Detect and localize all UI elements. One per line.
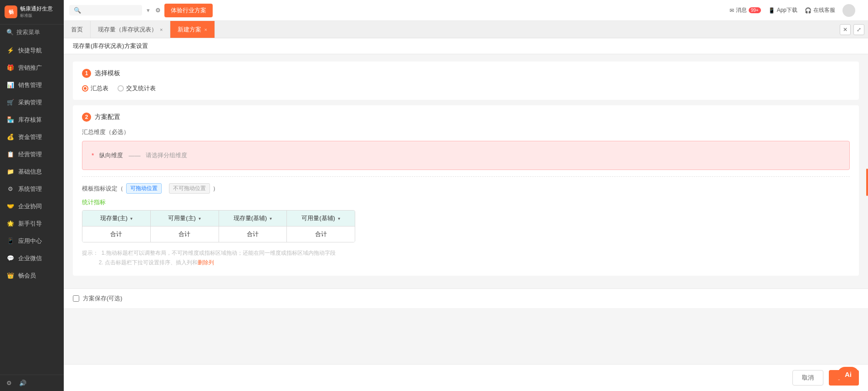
tab-close-btn[interactable]: ✕	[840, 24, 851, 35]
sidebar-item-label: 营销推广	[18, 64, 42, 72]
weixin-icon: 💬	[6, 254, 15, 262]
tabs-bar: 首页 现存量（库存状况表） × 新建方案 × ✕ ⤢	[64, 21, 868, 38]
sidebar-item-app-center[interactable]: 📱 应用中心	[0, 232, 64, 250]
radio-cross-circle	[117, 85, 124, 92]
col-1-chevron-icon[interactable]: ▾	[199, 216, 201, 221]
search-icon: 🔍	[6, 29, 14, 36]
search-topbar-icon: 🔍	[74, 7, 81, 14]
radio-cross[interactable]: 交叉统计表	[117, 84, 156, 93]
sidebar-item-weixin[interactable]: 💬 企业微信	[0, 250, 64, 267]
sidebar-item-sales[interactable]: 📊 销售管理	[0, 77, 64, 94]
stats-col-3-header[interactable]: 可用量(基辅) ▾	[287, 211, 355, 226]
tab-inventory-close-icon[interactable]: ×	[160, 27, 163, 32]
stats-col-0-cell: 合计	[82, 226, 150, 242]
experience-btn[interactable]: 体验行业方案	[164, 4, 213, 17]
app-download-icon: 📱	[768, 7, 775, 14]
stats-col-3-cell: 合计	[287, 226, 355, 242]
hint-0: 提示： 1.拖动标题栏可以调整布局，不可跨维度或指标区域拖动；还能在同一维度或指…	[82, 249, 850, 257]
stats-col-3-sub: 合计	[315, 230, 327, 238]
step2-label: 方案配置	[95, 113, 120, 121]
sidebar-item-label: 经营管理	[18, 150, 42, 159]
dimension-box[interactable]: * 纵向维度 —— 请选择分组维度	[82, 141, 850, 170]
tab-expand-btn[interactable]: ⤢	[853, 24, 864, 35]
stats-col-1: 可用量(主) ▾ 合计	[151, 211, 219, 242]
radio-summary[interactable]: 汇总表	[82, 84, 108, 93]
speaker-icon[interactable]: 🔊	[19, 380, 26, 386]
content-area: 现存量(库存状况表)方案设置 1 选择模板 汇总表 交叉统计表	[64, 38, 868, 364]
sidebar-item-system[interactable]: ⚙ 系统管理	[0, 180, 64, 198]
search-input[interactable]	[83, 7, 138, 14]
user-avatar[interactable]	[842, 4, 855, 17]
stats-col-2: 现存量(基辅) ▾ 合计	[219, 211, 287, 242]
sidebar-item-finance[interactable]: 💰 资金管理	[0, 129, 64, 146]
message-action[interactable]: ✉ 消息 99+	[730, 6, 761, 14]
sidebar-item-member[interactable]: 👑 畅会员	[0, 267, 64, 284]
home-tab-label: 首页	[71, 26, 83, 34]
asterisk-icon: *	[92, 152, 94, 159]
cancel-button[interactable]: 取消	[792, 370, 823, 386]
hint-link: 删除列	[198, 259, 214, 266]
sidebar-item-management[interactable]: 📋 经营管理	[0, 146, 64, 163]
sidebar-item-enterprise[interactable]: 🤝 企业协同	[0, 198, 64, 215]
step1-title-row: 1 选择模板	[82, 69, 850, 78]
col-2-chevron-icon[interactable]: ▾	[270, 216, 272, 221]
sidebar-item-label: 新手引导	[18, 220, 42, 228]
sidebar-item-quick-nav[interactable]: ⚡ 快捷导航	[0, 42, 64, 59]
app-download-action[interactable]: 📱 App下载	[768, 6, 797, 14]
save-row: 方案保存(可选)	[64, 288, 868, 308]
tab-home[interactable]: 首页	[64, 21, 91, 38]
save-checkbox[interactable]	[73, 295, 79, 302]
logo-text: 畅康通好生意 标准版	[20, 5, 53, 19]
topbar-chevron-icon[interactable]: ▾	[147, 7, 150, 14]
stats-table-header: 现存量(主) ▾ 合计 可用量(主) ▾	[82, 211, 355, 242]
sidebar-item-label: 应用中心	[18, 237, 42, 245]
step2-title-row: 2 方案配置	[82, 113, 850, 122]
sidebar-item-marketing[interactable]: 🎁 营销推广	[0, 59, 64, 77]
enterprise-icon: 🤝	[6, 202, 15, 211]
stats-col-2-cell: 合计	[219, 226, 287, 242]
page-title: 现存量(库存状况表)方案设置	[73, 42, 148, 49]
stats-table: 现存量(主) ▾ 合计 可用量(主) ▾	[82, 210, 355, 242]
topbar-gear-icon[interactable]: ⚙	[155, 7, 161, 14]
sidebar-bottom: ⚙ 🔊	[0, 375, 64, 391]
stats-col-3-label: 可用量(基辅)	[301, 214, 335, 222]
settings-icon[interactable]: ⚙	[6, 380, 12, 386]
stats-col-0-header[interactable]: 现存量(主) ▾	[82, 211, 150, 226]
tab-inventory-status[interactable]: 现存量（库存状况表） ×	[91, 21, 170, 38]
search-menu[interactable]: 🔍 搜索菜单	[0, 25, 64, 40]
stats-col-1-header[interactable]: 可用量(主) ▾	[151, 211, 219, 226]
stats-col-1-cell: 合计	[151, 226, 219, 242]
sidebar-item-label: 畅会员	[18, 272, 36, 280]
template-radio-group: 汇总表 交叉统计表	[82, 84, 850, 93]
sidebar-item-basic-info[interactable]: 📁 基础信息	[0, 163, 64, 180]
stats-col-2-header[interactable]: 现存量(基辅) ▾	[219, 211, 287, 226]
tab-inventory-label: 现存量（库存状况表）	[98, 26, 157, 34]
sidebar-item-inventory[interactable]: 🏪 库存核算	[0, 111, 64, 129]
online-service-action[interactable]: 🎧 在线客服	[805, 6, 835, 14]
tab-new-scheme[interactable]: 新建方案 ×	[170, 21, 214, 38]
marketing-icon: 🎁	[6, 64, 15, 72]
sidebar: 畅 畅康通好生意 标准版 🔍 搜索菜单 ⚡ 快捷导航 🎁 营销推广 📊 销售管理…	[0, 0, 64, 391]
radio-cross-label: 交叉统计表	[126, 84, 156, 93]
tab-new-scheme-label: 新建方案	[178, 26, 201, 34]
template-settings-prefix: 模板指标设定（	[82, 185, 123, 193]
logo-name: 畅康通好生意	[20, 5, 53, 13]
app-logo: 畅 畅康通好生意 标准版	[0, 0, 64, 25]
finance-icon: 💰	[6, 133, 15, 141]
page-header: 现存量(库存状况表)方案设置	[64, 38, 868, 54]
step2-section: 2 方案配置 汇总维度（必选） * 纵向维度 —— 请选择分组维度 模板指标设定…	[73, 105, 859, 276]
stats-col-0: 现存量(主) ▾ 合计	[82, 211, 151, 242]
sidebar-item-label: 资金管理	[18, 133, 42, 141]
col-0-chevron-icon[interactable]: ▾	[130, 216, 133, 221]
purchase-icon: 🛒	[6, 98, 15, 107]
col-3-chevron-icon[interactable]: ▾	[338, 216, 340, 221]
dimension-title-text: 汇总维度（必选）	[82, 129, 129, 135]
quick-nav-icon: ⚡	[6, 46, 15, 55]
tab-new-scheme-close-icon[interactable]: ×	[204, 27, 207, 32]
sidebar-item-purchase[interactable]: 🛒 采购管理	[0, 94, 64, 111]
step1-section: 1 选择模板 汇总表 交叉统计表	[73, 62, 859, 100]
step2-badge: 2	[82, 113, 91, 122]
sidebar-item-newbie[interactable]: 🌟 新手引导	[0, 215, 64, 232]
topbar-search-box[interactable]: 🔍	[69, 5, 142, 15]
stats-col-1-sub: 合计	[179, 230, 190, 238]
